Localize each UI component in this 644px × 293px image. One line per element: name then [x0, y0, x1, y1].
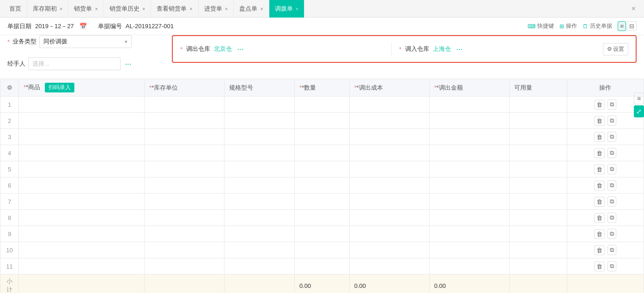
cost-cell[interactable] — [349, 145, 429, 161]
person-select[interactable]: 选择... — [28, 57, 121, 70]
available-cell[interactable] — [509, 242, 567, 258]
unit-cell[interactable] — [145, 161, 225, 177]
amount-cell[interactable] — [429, 161, 509, 177]
tab-inventory-count[interactable]: 盘点单 × — [234, 0, 269, 18]
qty-cell[interactable] — [294, 161, 349, 177]
spec-cell[interactable] — [225, 194, 295, 210]
unit-cell[interactable] — [145, 97, 225, 113]
delete-button[interactable]: 🗑 — [594, 116, 605, 126]
available-cell[interactable] — [509, 145, 567, 161]
copy-button[interactable]: ⧉ — [608, 213, 616, 223]
copy-button[interactable]: ⧉ — [608, 245, 616, 255]
delete-button[interactable]: 🗑 — [594, 229, 605, 239]
delete-button[interactable]: 🗑 — [594, 181, 605, 190]
close-icon[interactable]: × — [142, 6, 145, 12]
amount-cell[interactable] — [429, 97, 509, 113]
spec-cell[interactable] — [225, 161, 295, 177]
product-cell[interactable] — [19, 161, 145, 177]
amount-cell[interactable] — [429, 194, 509, 210]
side-expand-button[interactable]: ⤢ — [634, 105, 644, 117]
settings-button[interactable]: ⚙ 设置 — [603, 43, 628, 55]
copy-button[interactable]: ⧉ — [608, 229, 616, 239]
qty-cell[interactable] — [294, 129, 349, 145]
available-cell[interactable] — [509, 194, 567, 210]
unit-cell[interactable] — [145, 113, 225, 129]
copy-button[interactable]: ⧉ — [608, 164, 616, 174]
product-cell[interactable] — [19, 194, 145, 210]
copy-button[interactable]: ⧉ — [608, 99, 616, 110]
delete-button[interactable]: 🗑 — [594, 245, 605, 255]
unit-cell[interactable] — [145, 177, 225, 194]
unit-cell[interactable] — [145, 242, 225, 258]
available-cell[interactable] — [509, 97, 567, 113]
history-button[interactable]: 🗒 历史单据 — [583, 22, 612, 30]
copy-button[interactable]: ⧉ — [608, 196, 616, 207]
close-icon[interactable]: × — [260, 6, 263, 12]
amount-cell[interactable] — [429, 226, 509, 242]
delete-button[interactable]: 🗑 — [594, 132, 605, 142]
close-icon[interactable]: × — [296, 6, 298, 12]
source-warehouse-more-button[interactable]: ··· — [237, 46, 244, 53]
spec-cell[interactable] — [225, 210, 295, 226]
unit-cell[interactable] — [145, 129, 225, 145]
cost-cell[interactable] — [349, 226, 429, 242]
qty-cell[interactable] — [294, 194, 349, 210]
cost-cell[interactable] — [349, 242, 429, 258]
cost-cell[interactable] — [349, 129, 429, 145]
delete-button[interactable]: 🗑 — [594, 148, 605, 158]
qty-cell[interactable] — [294, 226, 349, 242]
amount-cell[interactable] — [429, 129, 509, 145]
unit-cell[interactable] — [145, 258, 225, 275]
cost-cell[interactable] — [349, 210, 429, 226]
product-cell[interactable] — [19, 242, 145, 258]
tab-purchase[interactable]: 进货单 × — [199, 0, 234, 18]
person-more-button[interactable]: ··· — [125, 61, 132, 67]
amount-cell[interactable] — [429, 258, 509, 275]
close-icon[interactable]: × — [95, 6, 97, 12]
unit-cell[interactable] — [145, 194, 225, 210]
scan-button[interactable]: 扫码录入 — [45, 83, 74, 92]
shortcut-button[interactable]: ⌨ 快捷键 — [528, 22, 554, 30]
product-cell[interactable] — [19, 113, 145, 129]
amount-cell[interactable] — [429, 145, 509, 161]
cost-cell[interactable] — [349, 161, 429, 177]
product-cell[interactable] — [19, 97, 145, 113]
cost-cell[interactable] — [349, 113, 429, 129]
product-cell[interactable] — [19, 129, 145, 145]
calendar-icon[interactable]: 📅 — [79, 23, 87, 30]
spec-cell[interactable] — [225, 113, 295, 129]
copy-button[interactable]: ⧉ — [608, 261, 616, 271]
delete-button[interactable]: 🗑 — [594, 100, 605, 110]
amount-cell[interactable] — [429, 177, 509, 194]
available-cell[interactable] — [509, 258, 567, 275]
tab-sales-history[interactable]: 销货单历史 × — [104, 0, 151, 18]
cost-cell[interactable] — [349, 194, 429, 210]
unit-cell[interactable] — [145, 226, 225, 242]
product-cell[interactable] — [19, 210, 145, 226]
available-cell[interactable] — [509, 226, 567, 242]
spec-cell[interactable] — [225, 145, 295, 161]
close-icon[interactable]: × — [225, 6, 228, 12]
delete-button[interactable]: 🗑 — [594, 262, 605, 271]
delete-button[interactable]: 🗑 — [594, 165, 605, 174]
unit-cell[interactable] — [145, 210, 225, 226]
side-list-button[interactable]: ≡ — [634, 92, 644, 104]
spec-cell[interactable] — [225, 97, 295, 113]
amount-cell[interactable] — [429, 113, 509, 129]
qty-cell[interactable] — [294, 145, 349, 161]
business-type-select[interactable]: 同价调拨 ▾ — [39, 35, 132, 48]
tab-transfer[interactable]: 调拨单 × — [269, 0, 304, 18]
spec-cell[interactable] — [225, 129, 295, 145]
qty-cell[interactable] — [294, 210, 349, 226]
spec-cell[interactable] — [225, 226, 295, 242]
gear-icon[interactable]: ⚙ — [7, 84, 12, 91]
copy-button[interactable]: ⧉ — [608, 148, 616, 158]
cost-cell[interactable] — [349, 258, 429, 275]
close-icon[interactable]: × — [60, 6, 62, 12]
spec-cell[interactable] — [225, 242, 295, 258]
cost-cell[interactable] — [349, 97, 429, 113]
qty-cell[interactable] — [294, 113, 349, 129]
qty-cell[interactable] — [294, 242, 349, 258]
copy-button[interactable]: ⧉ — [608, 180, 616, 190]
copy-button[interactable]: ⧉ — [608, 116, 616, 126]
